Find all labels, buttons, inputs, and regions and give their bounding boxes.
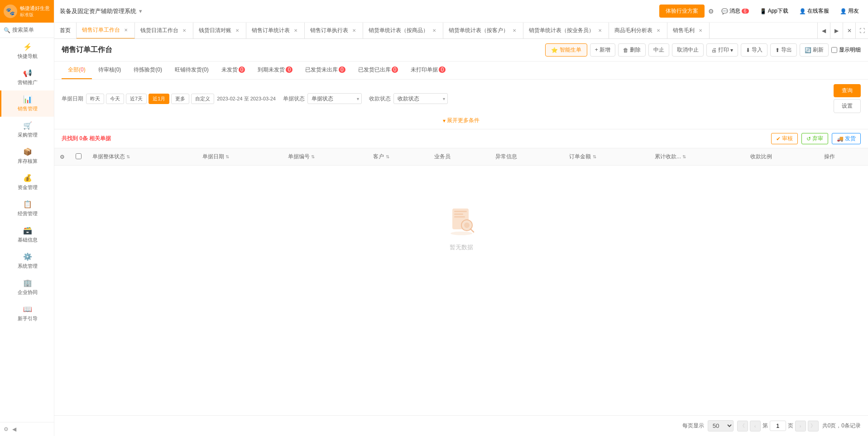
sort-status-icon[interactable]: ⇅ xyxy=(126,154,130,159)
tab-sales-stats[interactable]: 销售订单统计表 ✕ xyxy=(246,23,305,39)
refresh-btn[interactable]: 🔄 刷新 xyxy=(800,43,829,57)
tab-close-all-btn[interactable]: ✕ xyxy=(843,23,855,39)
tab-home[interactable]: 首页 xyxy=(54,23,77,39)
message-btn[interactable]: 💬 消息 6 xyxy=(718,5,753,17)
date-btn-7days[interactable]: 近7天 xyxy=(126,94,147,104)
export-btn[interactable]: ⬆ 导出 xyxy=(770,43,797,57)
tab-next-btn[interactable]: ▶ xyxy=(830,23,843,39)
cancel-stop-btn[interactable]: 取消中止 xyxy=(672,43,704,57)
sidebar-item-operation[interactable]: 📋 经营管理 xyxy=(0,195,54,222)
expand-btn[interactable]: ▾ 展开更多条件 xyxy=(443,117,480,124)
tab-sales-order-workbench[interactable]: 销售订单工作台 ✕ xyxy=(77,23,135,39)
collapse-icon[interactable]: ◀ xyxy=(12,426,16,432)
page-prev-btn[interactable]: ‹ xyxy=(750,421,761,431)
sidebar-search[interactable]: 🔍 搜索菜单 xyxy=(0,23,54,38)
page-first-btn[interactable]: 《 xyxy=(737,421,748,431)
page-last-btn[interactable]: 》 xyxy=(808,421,819,431)
tab-gross-profit[interactable]: 商品毛利分析表 ✕ xyxy=(609,23,667,39)
sidebar-item-quick-nav[interactable]: ⚡ 快捷导航 xyxy=(0,38,54,64)
filter-tab-unshipped[interactable]: 未发货0 xyxy=(215,62,252,79)
tab-close-gross-profit[interactable]: ✕ xyxy=(655,28,662,33)
col-status: 单据整体状态 ⇅ xyxy=(87,148,197,166)
sidebar-item-guide[interactable]: 📖 新手引导 xyxy=(0,300,54,327)
filter-tab-pending-audit[interactable]: 待审核(0) xyxy=(92,62,128,79)
sidebar-item-promo[interactable]: 📢 营销推广 xyxy=(0,64,54,90)
search-btn[interactable]: 查询 xyxy=(834,84,861,97)
app-download-btn[interactable]: 📱 App下载 xyxy=(756,5,792,17)
show-detail-input[interactable] xyxy=(831,47,837,53)
sort-date-icon[interactable]: ⇅ xyxy=(225,154,229,159)
date-btn-1month[interactable]: 近1月 xyxy=(149,94,169,104)
page-next-btn[interactable]: › xyxy=(795,421,806,431)
experience-btn[interactable]: 体验行业方案 xyxy=(659,5,705,18)
smart-gen-btn[interactable]: ⭐ 智能生单 xyxy=(545,43,587,57)
filter-tab-shipped-out[interactable]: 已发货已出库0 xyxy=(352,62,405,79)
page-input[interactable] xyxy=(770,421,786,431)
date-btn-custom[interactable]: 自定义 xyxy=(191,94,214,104)
gear-icon[interactable]: ⚙ xyxy=(708,8,714,15)
select-all-checkbox[interactable] xyxy=(76,153,82,159)
online-service-btn[interactable]: 👤 在线客服 xyxy=(796,5,833,17)
payment-select[interactable]: 收款状态 xyxy=(393,93,448,104)
tab-sales-gross[interactable]: 销售毛利 ✕ xyxy=(667,23,710,39)
tab-cashflow-daily[interactable]: 钱货日清工作台 ✕ xyxy=(135,23,193,39)
settings-icon[interactable]: ⚙ xyxy=(4,426,9,432)
sidebar-item-basic-info[interactable]: 🗃️ 基础信息 xyxy=(0,222,54,248)
sidebar-item-inventory[interactable]: 📦 库存核算 xyxy=(0,143,54,169)
col-amount: 订单金额 ⇅ xyxy=(564,148,649,166)
tab-close-customer[interactable]: ✕ xyxy=(511,28,518,33)
tab-prev-btn[interactable]: ◀ xyxy=(817,23,830,39)
dropdown-arrow-icon: ▾ xyxy=(139,8,142,14)
print-btn[interactable]: 🖨 打印 ▾ xyxy=(706,43,738,57)
tab-invoice-by-product[interactable]: 销货单统计表（按商品） ✕ xyxy=(363,23,443,39)
sidebar-item-system[interactable]: ⚙️ 系统管理 xyxy=(0,248,54,274)
sidebar-item-sales[interactable]: 📊 销售管理 xyxy=(0,90,54,117)
tab-close-sales-exec[interactable]: ✕ xyxy=(351,28,357,33)
date-btn-yesterday[interactable]: 昨天 xyxy=(86,94,104,104)
setting-btn[interactable]: 设置 xyxy=(834,99,861,113)
sidebar-item-purchase[interactable]: 🛒 采购管理 xyxy=(0,117,54,143)
tab-close-sales-gross[interactable]: ✕ xyxy=(697,28,704,33)
filter-tab-pending-inspect[interactable]: 待拣验货(0) xyxy=(127,62,168,79)
tab-close-product[interactable]: ✕ xyxy=(431,28,437,33)
add-btn[interactable]: + 新增 xyxy=(590,43,615,57)
date-btn-more[interactable]: 更多 xyxy=(171,94,189,104)
tab-invoice-by-salesman[interactable]: 销货单统计表（按业务员） ✕ xyxy=(523,23,609,39)
tab-close-sales-stats[interactable]: ✕ xyxy=(293,28,299,33)
filter-tab-overdue-unshipped[interactable]: 到期未发货0 xyxy=(251,62,299,79)
tab-close-salesman[interactable]: ✕ xyxy=(597,28,603,33)
page-size-select[interactable]: 50 20 100 xyxy=(708,420,734,431)
status-field: 单据状态 单据状态 xyxy=(283,93,362,104)
unaudit-btn[interactable]: ↺ 弃审 xyxy=(801,133,828,144)
audit-btn[interactable]: ✔ 审核 xyxy=(771,133,798,144)
tab-close-reconcile[interactable]: ✕ xyxy=(234,28,240,33)
sort-cumulative-icon[interactable]: ⇅ xyxy=(682,154,686,159)
search-actions: 查询 设置 xyxy=(834,84,861,113)
sidebar-item-capital[interactable]: 💰 资金管理 xyxy=(0,169,54,195)
tab-sales-exec[interactable]: 销售订单执行表 ✕ xyxy=(305,23,363,39)
operation-icon: 📋 xyxy=(23,200,32,209)
sidebar-item-enterprise[interactable]: 🏢 企业协同 xyxy=(0,274,54,300)
user-btn[interactable]: 👤 用友 xyxy=(836,5,863,17)
ship-btn[interactable]: 🚚 发货 xyxy=(832,133,861,144)
filter-tab-shipped-not-out[interactable]: 已发货未出库0 xyxy=(299,62,352,79)
tab-invoice-by-customer[interactable]: 销货单统计表（按客户） ✕ xyxy=(443,23,523,39)
show-detail-checkbox[interactable]: 显示明细 xyxy=(831,46,861,54)
date-btn-today[interactable]: 今天 xyxy=(106,94,124,104)
empty-state-row: 暂无数据 xyxy=(54,166,868,288)
tab-close-sales-order[interactable]: ✕ xyxy=(123,27,129,33)
settings-col-icon[interactable]: ⚙ xyxy=(60,154,65,160)
status-select[interactable]: 单据状态 xyxy=(307,93,362,104)
tab-cashflow-reconcile[interactable]: 钱货日清对账 ✕ xyxy=(193,23,246,39)
filter-tab-all[interactable]: 全部(0) xyxy=(62,62,92,79)
delete-btn[interactable]: 🗑 删除 xyxy=(618,43,646,57)
import-btn[interactable]: ⬇ 导入 xyxy=(741,43,767,57)
sort-customer-icon[interactable]: ⇅ xyxy=(386,154,389,159)
filter-tab-wangpu-ship[interactable]: 旺铺待发货(0) xyxy=(168,62,215,79)
sort-amount-icon[interactable]: ⇅ xyxy=(593,154,596,159)
sort-number-icon[interactable]: ⇅ xyxy=(311,154,315,159)
filter-tab-unprinted[interactable]: 未打印单据0 xyxy=(404,62,452,79)
tab-close-cashflow[interactable]: ✕ xyxy=(181,28,187,33)
tab-fullscreen-btn[interactable]: ⛶ xyxy=(855,23,868,39)
stop-btn[interactable]: 中止 xyxy=(648,43,669,57)
